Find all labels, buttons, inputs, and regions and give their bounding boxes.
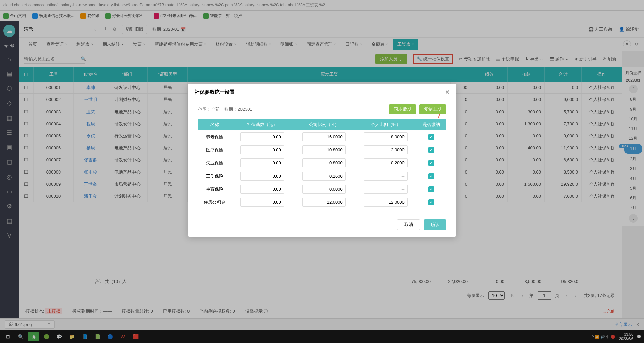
- shebao-row: 工伤保险 ✓: [198, 169, 446, 183]
- base-input[interactable]: [240, 158, 284, 167]
- row-name: 失业保险: [198, 156, 231, 169]
- base-input[interactable]: [240, 198, 284, 207]
- shebao-row: 失业保险 ✓: [198, 156, 446, 169]
- modal-title: 社保参数统一设置: [195, 89, 235, 95]
- row-name: 住房公积金: [198, 196, 231, 209]
- row-name: 养老保险: [198, 130, 231, 143]
- modal-scope: 范围：全部 账期：202301: [198, 106, 252, 112]
- modal-header: 社保参数统一设置 ×: [188, 84, 456, 101]
- personal-input[interactable]: [364, 132, 408, 141]
- row-name: 生育保险: [198, 183, 231, 196]
- pay-checkbox[interactable]: ✓: [428, 134, 434, 140]
- shebao-row: 住房公积金 ✓: [198, 196, 446, 209]
- company-input[interactable]: [302, 145, 346, 154]
- shebao-row: 养老保险 ✓: [198, 130, 446, 143]
- company-input[interactable]: [302, 158, 346, 167]
- company-input[interactable]: [302, 132, 346, 141]
- company-input[interactable]: [302, 185, 346, 194]
- pay-checkbox[interactable]: ✓: [428, 173, 434, 179]
- shebao-settings-modal: 社保参数统一设置 × 范围：全部 账期：202301 同步后期 复制上期↙ 名称…: [188, 84, 456, 237]
- company-input[interactable]: [302, 172, 346, 181]
- company-input[interactable]: [302, 198, 346, 207]
- personal-input[interactable]: [364, 185, 408, 194]
- th-base: 社保基数（元）: [231, 119, 293, 130]
- pay-checkbox[interactable]: ✓: [428, 186, 434, 192]
- th-name: 名称: [198, 119, 231, 130]
- th-company: 公司比例（%）: [293, 119, 355, 130]
- confirm-button[interactable]: 确认: [424, 219, 446, 230]
- row-name: 医疗保险: [198, 143, 231, 156]
- shebao-table: 名称 社保基数（元） 公司比例（%） 个人比例（%） 是否缴纳 养老保险 ✓ 医…: [198, 119, 446, 209]
- base-input[interactable]: [240, 145, 284, 154]
- shebao-row: 医疗保险 ✓: [198, 143, 446, 156]
- sync-later-button[interactable]: 同步后期: [389, 104, 416, 114]
- personal-input[interactable]: [364, 158, 408, 167]
- th-personal: 个人比例（%）: [355, 119, 417, 130]
- personal-input[interactable]: [364, 198, 408, 207]
- personal-input[interactable]: [364, 172, 408, 181]
- base-input[interactable]: [240, 132, 284, 141]
- copy-prev-button[interactable]: 复制上期↙: [419, 104, 446, 114]
- base-input[interactable]: [240, 172, 284, 181]
- pay-checkbox[interactable]: ✓: [428, 199, 434, 205]
- shebao-row: 生育保险 ✓: [198, 183, 446, 196]
- base-input[interactable]: [240, 185, 284, 194]
- pay-checkbox[interactable]: ✓: [428, 147, 434, 153]
- personal-input[interactable]: [364, 145, 408, 154]
- th-pay: 是否缴纳: [417, 119, 446, 130]
- cancel-button[interactable]: 取消: [397, 219, 420, 230]
- row-name: 工伤保险: [198, 169, 231, 183]
- pay-checkbox[interactable]: ✓: [428, 160, 434, 166]
- arrow-icon: ↙: [435, 110, 444, 120]
- modal-close-button[interactable]: ×: [445, 88, 449, 96]
